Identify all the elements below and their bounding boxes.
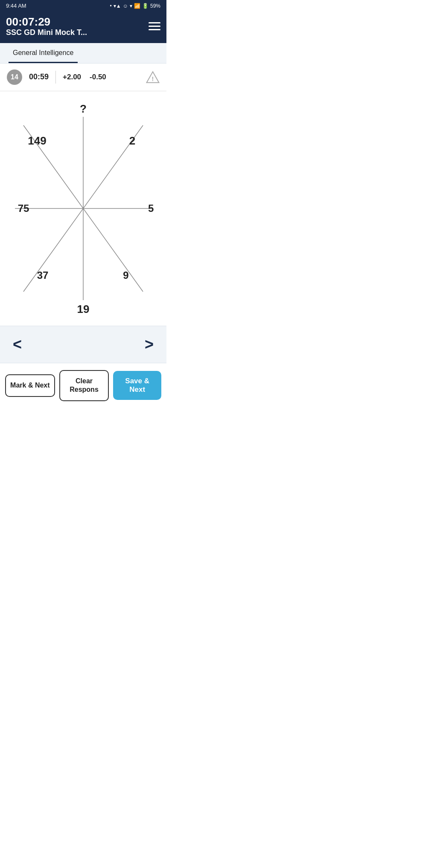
app-header: 00:07:29 SSC GD Mini Mock T... — [0, 12, 166, 43]
header-info: 00:07:29 SSC GD Mini Mock T... — [6, 16, 87, 37]
svg-text:2: 2 — [129, 134, 135, 147]
hamburger-menu-button[interactable] — [149, 22, 160, 30]
warning-triangle-icon: ! — [146, 70, 160, 84]
svg-text:37: 37 — [37, 269, 49, 281]
question-timer: 00:59 — [29, 72, 49, 81]
data-icon: ▾▲ — [114, 3, 121, 9]
battery-icon: 🔋 — [142, 3, 149, 9]
clear-response-button[interactable]: ClearRespons — [59, 370, 109, 402]
hamburger-line-3 — [149, 29, 160, 30]
hamburger-line-1 — [149, 22, 160, 23]
marks-info: +2.00 -0.50 — [63, 73, 106, 81]
question-number-badge: 14 — [7, 69, 22, 85]
battery-percent: 59% — [150, 3, 160, 9]
save-next-button[interactable]: Save & Next — [113, 371, 161, 400]
svg-text:75: 75 — [18, 203, 29, 214]
next-question-button[interactable]: > — [140, 334, 158, 355]
svg-text:149: 149 — [28, 134, 46, 147]
signal-dot: • — [110, 3, 112, 9]
network-icon: 📶 — [134, 3, 140, 9]
clear-response-label: ClearRespons — [70, 377, 99, 393]
status-icons: • ▾▲ ☺ ▾ 📶 🔋 59% — [110, 3, 160, 9]
navigation-area: < > — [0, 326, 166, 363]
diagram-container: ? 149 75 37 19 9 5 2 — [11, 100, 156, 321]
question-area: ? 149 75 37 19 9 5 2 — [0, 91, 166, 326]
meta-divider — [55, 71, 56, 84]
status-time: 9:44 AM — [6, 3, 26, 9]
negative-marks: -0.50 — [90, 73, 106, 81]
bottom-action-bar: Mark & Next ClearRespons Save & Next — [0, 363, 166, 408]
svg-text:9: 9 — [123, 269, 128, 281]
hamburger-line-2 — [149, 26, 160, 27]
wifi-icon: ☺ — [123, 3, 128, 9]
exam-title: SSC GD Mini Mock T... — [6, 28, 87, 37]
svg-text:19: 19 — [77, 303, 90, 315]
diagram-svg: ? 149 75 37 19 9 5 2 — [11, 100, 156, 321]
prev-question-button[interactable]: < — [9, 334, 26, 355]
svg-text:5: 5 — [148, 203, 154, 214]
mark-next-button[interactable]: Mark & Next — [5, 374, 55, 397]
question-meta: 14 00:59 +2.00 -0.50 ! — [0, 64, 166, 91]
status-bar: 9:44 AM • ▾▲ ☺ ▾ 📶 🔋 59% — [0, 0, 166, 12]
positive-marks: +2.00 — [63, 73, 81, 81]
tab-general-intelligence[interactable]: General Intelligence — [9, 43, 78, 63]
svg-text:!: ! — [152, 75, 154, 82]
svg-text:?: ? — [80, 102, 87, 115]
signal-icon: ▾ — [130, 3, 132, 9]
tab-bar: General Intelligence — [0, 43, 166, 64]
exam-timer: 00:07:29 — [6, 16, 87, 28]
